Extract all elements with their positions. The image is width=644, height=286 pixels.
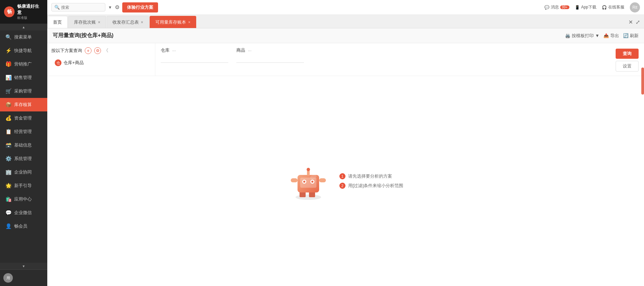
search-icon: 🔍 — [5, 34, 11, 40]
svg-rect-11 — [291, 178, 298, 182]
sidebar-item-inventory[interactable]: 📦 库存核算 — [0, 98, 47, 111]
right-scrollbar[interactable] — [641, 68, 644, 95]
sidebar-item-enterprise[interactable]: 🏢 企业协同 — [0, 165, 47, 179]
tab-available[interactable]: 可用量库存账本× — [150, 16, 196, 28]
sidebar-nav: 🔍 搜索菜单 ⚡ 快捷导航 🎁 营销推广 📊 销售管理 🛒 采购管理 📦 库存核… — [0, 30, 47, 263]
basic-icon: 🗃️ — [5, 142, 11, 148]
empty-tips: 1 请先选择要分析的方案 2 用[过滤]条件来缩小分析范围 — [339, 173, 403, 189]
settings-button[interactable]: 设置 — [616, 61, 639, 72]
export-button[interactable]: 📤 导出 — [603, 33, 619, 39]
filter-collapse-button[interactable]: 《 — [104, 48, 108, 54]
query-button[interactable]: 查询 — [616, 49, 639, 59]
page-header: 可用量查询(按仓库+商品) 🖨️ 按模板打印 ▼ 📤 导出 🔄 刷新 — [47, 28, 644, 43]
sidebar-item-sales[interactable]: 📊 销售管理 — [0, 71, 47, 84]
sidebar: 畅 畅康通好生意 标准版 ▲ 🔍 搜索菜单 ⚡ 快捷导航 🎁 营销推广 📊 销售… — [0, 0, 47, 286]
tab-close-batch[interactable]: × — [98, 20, 100, 25]
scheme-item-warehouse-product[interactable]: 仓 仓库+商品 — [51, 57, 151, 69]
app-download-group[interactable]: 📱 App下载 — [575, 4, 596, 10]
sidebar-item-shortcut[interactable]: ⚡ 快捷导航 — [0, 44, 47, 57]
system-icon: ⚙️ — [5, 156, 11, 162]
tab-bar: 首页库存批次账×收发存汇总表×可用量库存账本× ✕ ⤢ — [47, 15, 644, 28]
main-content: 🔍 ▼ ⚙ 体验行业方案 💬 消息 99+ 📱 App下载 🎧 在线客服 Rit — [47, 0, 644, 286]
sidebar-item-newbie[interactable]: 🌟 新手引导 — [0, 179, 47, 192]
search-input[interactable] — [61, 5, 95, 10]
wechat-icon: 💬 — [5, 210, 11, 216]
page-area: 可用量查询(按仓库+商品) 🖨️ 按模板打印 ▼ 📤 导出 🔄 刷新 — [47, 28, 644, 286]
online-service-group[interactable]: 🎧 在线客服 — [602, 4, 624, 10]
tab-label-home: 首页 — [53, 19, 62, 25]
trial-button[interactable]: 体验行业方案 — [122, 2, 158, 12]
tab-expand-button[interactable]: ⤢ — [636, 19, 640, 25]
sidebar-item-operation[interactable]: 📋 经营管理 — [0, 125, 47, 138]
sidebar-scroll-down[interactable]: ▼ — [0, 263, 47, 269]
operation-icon: 📋 — [5, 129, 11, 135]
tab-home[interactable]: 首页 — [47, 16, 68, 28]
user-avatar-top[interactable]: Rit — [630, 2, 640, 12]
member-icon: 👤 — [5, 223, 11, 229]
sidebar-scroll-up[interactable]: ▲ — [0, 24, 47, 30]
message-group[interactable]: 💬 消息 99+ — [544, 4, 569, 10]
svg-point-8 — [311, 181, 313, 183]
sidebar-item-label-newbie: 新手引导 — [14, 183, 32, 189]
app-icon: 🛍️ — [5, 196, 11, 202]
app-download-label: App下载 — [581, 4, 596, 10]
refresh-button[interactable]: 🔄 刷新 — [623, 33, 639, 39]
print-icon: 🖨️ — [565, 33, 570, 38]
search-box[interactable]: 🔍 — [51, 3, 105, 11]
user-avatar: 用 — [3, 273, 13, 283]
filter-right: 仓库 ··· 商品 ··· 查询 设置 — [155, 43, 644, 76]
headset-icon: 🎧 — [602, 5, 607, 10]
sidebar-item-purchase[interactable]: 🛒 采购管理 — [0, 84, 47, 98]
tab-batch[interactable]: 库存批次账× — [68, 16, 106, 28]
tip-number-1: 1 — [339, 173, 345, 179]
sidebar-header: 畅 畅康通好生意 标准版 — [0, 0, 47, 24]
tab-summary[interactable]: 收发存汇总表× — [107, 16, 149, 28]
refresh-label: 刷新 — [630, 33, 639, 39]
sidebar-item-search[interactable]: 🔍 搜索菜单 — [0, 30, 47, 44]
purchase-icon: 🛒 — [5, 88, 11, 94]
sidebar-item-wechat[interactable]: 💬 企业微信 — [0, 206, 47, 219]
empty-illustration — [288, 161, 329, 201]
filter-left-header: 按以下方案查询 + ⚙ 《 — [51, 47, 151, 54]
refresh-icon: 🔄 — [623, 33, 628, 38]
product-input[interactable] — [236, 55, 304, 63]
sidebar-item-label-purchase: 采购管理 — [14, 88, 32, 94]
tip-item-1: 1 请先选择要分析的方案 — [339, 173, 403, 179]
sidebar-item-member[interactable]: 👤 畅会员 — [0, 219, 47, 233]
sidebar-item-label-sales: 销售管理 — [14, 75, 32, 81]
sidebar-item-app[interactable]: 🛍️ 应用中心 — [0, 192, 47, 206]
sidebar-item-finance[interactable]: 💰 资金管理 — [0, 111, 47, 125]
sidebar-bottom[interactable]: 用 — [0, 269, 47, 286]
gear-icon[interactable]: ⚙ — [115, 4, 120, 10]
sidebar-item-label-shortcut: 快捷导航 — [14, 48, 32, 54]
message-label: 消息 — [551, 4, 559, 10]
app-name: 畅康通好生意 — [17, 3, 43, 16]
logo-text: 畅 — [7, 9, 12, 15]
filter-field-warehouse: 仓库 ··· — [161, 47, 228, 63]
product-more-icon[interactable]: ··· — [248, 48, 252, 53]
warehouse-more-icon[interactable]: ··· — [172, 48, 176, 53]
tab-close-summary[interactable]: × — [141, 20, 143, 25]
filter-panel: 按以下方案查询 + ⚙ 《 仓 仓库+商品 仓库 ··· — [47, 43, 644, 76]
filter-add-button[interactable]: + — [85, 47, 92, 54]
app-subtitle: 标准版 — [17, 16, 43, 20]
tip-text-2: 用[过滤]条件来缩小分析范围 — [348, 183, 403, 189]
filter-scheme-settings-button[interactable]: ⚙ — [94, 47, 101, 54]
tab-close-all-button[interactable]: ✕ — [628, 19, 633, 25]
marketing-icon: 🎁 — [5, 61, 11, 67]
dropdown-icon[interactable]: ▼ — [108, 5, 112, 10]
print-dropdown-icon[interactable]: ▼ — [595, 33, 599, 38]
tab-close-available[interactable]: × — [188, 20, 190, 25]
empty-state: 1 请先选择要分析的方案 2 用[过滤]条件来缩小分析范围 — [47, 76, 644, 286]
sidebar-item-basic[interactable]: 🗃️ 基础信息 — [0, 138, 47, 152]
tab-bar-controls: ✕ ⤢ — [624, 16, 644, 28]
sidebar-logo: 畅 — [4, 6, 15, 17]
sidebar-item-system[interactable]: ⚙️ 系统管理 — [0, 152, 47, 165]
sidebar-item-label-operation: 经营管理 — [14, 129, 32, 135]
sidebar-item-marketing[interactable]: 🎁 营销推广 — [0, 57, 47, 71]
sidebar-item-label-wechat: 企业微信 — [14, 210, 32, 216]
tab-label-summary: 收发存汇总表 — [112, 19, 139, 25]
warehouse-input[interactable] — [161, 55, 228, 63]
sidebar-item-label-system: 系统管理 — [14, 156, 32, 162]
print-button[interactable]: 🖨️ 按模板打印 ▼ — [565, 33, 599, 39]
